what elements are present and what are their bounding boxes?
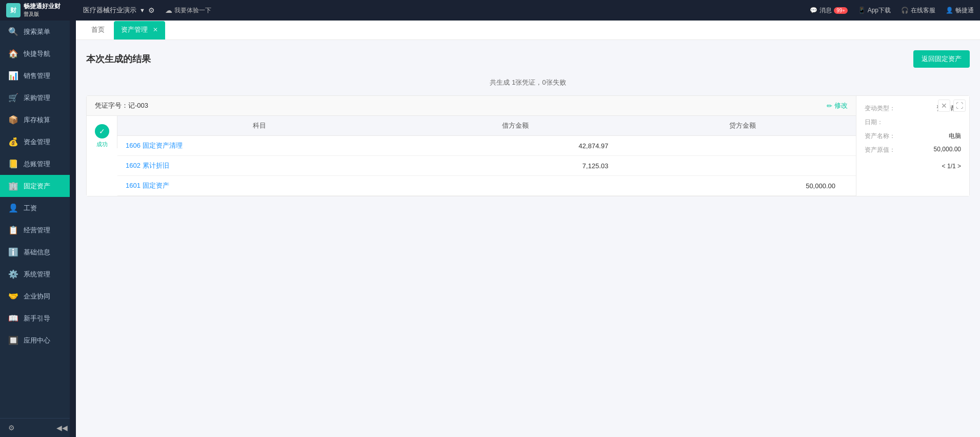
success-icon: ✓ — [95, 124, 109, 138]
sidebar-item-label: 总账管理 — [24, 160, 50, 169]
subject-cell-3: 1601 固定资产 — [117, 176, 402, 196]
table-row: 1601 固定资产 50,000.00 — [117, 176, 856, 196]
logo-subtitle: 普及版 — [24, 11, 61, 18]
tab-home-label: 首页 — [91, 26, 105, 33]
collapse-icon[interactable]: ◀◀ — [56, 424, 68, 432]
purchase-icon: 🛒 — [8, 93, 18, 103]
side-field-asset-name: 资产名称： 电脑 — [865, 132, 961, 141]
tab-close-icon[interactable]: ✕ — [153, 26, 158, 33]
voucher-container: 凭证字号：记-003 ✏ 修改 ✓ 成功 — [86, 95, 970, 196]
feedback-label: 我要体验一下 — [174, 6, 211, 15]
sidebar-item-label: 销售管理 — [24, 71, 50, 81]
debit-cell-3 — [402, 176, 629, 196]
sidebar-bottom: ⚙ ◀◀ — [0, 418, 76, 437]
success-text: 成功 — [96, 141, 108, 148]
sidebar-item-quick-nav[interactable]: 🏠 快捷导航 — [0, 43, 76, 65]
table-row: 1602 累计折旧 7,125.03 — [117, 156, 856, 176]
messages-label: 消息 — [819, 6, 832, 15]
online-service-btn[interactable]: 🎧 在线客服 — [901, 6, 935, 15]
side-field-asset-value: 资产原值： 50,000.00 — [865, 146, 961, 154]
page-content: 本次生成的结果 返回固定资产 共生成 1张凭证，0张失败 ✕ ⛶ 凭证字号 — [76, 40, 980, 437]
sidebar-item-label: 基础信息 — [24, 248, 50, 257]
side-field-date: 日期： — [865, 118, 961, 127]
online-service-icon: 🎧 — [901, 7, 909, 14]
feedback-btn[interactable]: ☁ 我要体验一下 — [165, 6, 211, 15]
table-header-row: 科目 借方金额 贷方金额 — [117, 116, 856, 136]
credit-cell-2 — [629, 156, 856, 176]
tutorial-icon: 📖 — [8, 313, 18, 323]
company-selector[interactable]: 医疗器械行业演示 ▼ ⚙ — [83, 6, 155, 15]
app-download-btn[interactable]: 📱 App下载 — [858, 6, 891, 15]
messages-badge: 99+ — [834, 7, 847, 14]
payroll-icon: 👤 — [8, 203, 18, 213]
search-icon: 🔍 — [8, 27, 18, 36]
enterprise-icon: 🤝 — [8, 291, 18, 301]
return-button[interactable]: 返回固定资产 — [913, 50, 970, 68]
sidebar-item-label: 固定资产 — [24, 182, 50, 191]
next-page-btn[interactable]: > — [957, 163, 961, 170]
sidebar-item-operations[interactable]: 📋 经营管理 — [0, 219, 76, 241]
page-indicator: 1/1 — [947, 163, 957, 170]
panel-controls: ✕ ⛶ — [938, 100, 966, 112]
edit-button[interactable]: ✏ 修改 — [827, 101, 848, 110]
asset-value-value: 50,000.00 — [934, 146, 961, 154]
sidebar-item-system[interactable]: ⚙️ 系统管理 — [0, 263, 76, 285]
logo-icon: 财 — [6, 3, 21, 17]
table-row: 1606 固定资产清理 42,874.97 — [117, 136, 856, 156]
ledger-icon: 📒 — [8, 159, 18, 169]
tab-bar: 首页 资产管理 ✕ — [76, 21, 980, 40]
sidebar-item-label: 搜索菜单 — [24, 27, 50, 36]
tab-home[interactable]: 首页 — [84, 21, 112, 39]
credit-cell-3: 50,000.00 — [629, 176, 856, 196]
sales-icon: 📊 — [8, 71, 18, 81]
tab-asset-mgmt[interactable]: 资产管理 ✕ — [114, 21, 165, 39]
sidebar-item-enterprise[interactable]: 🤝 企业协同 — [0, 285, 76, 307]
change-type-label: 变动类型： — [865, 104, 895, 113]
sidebar-item-label: 采购管理 — [24, 93, 50, 103]
sidebar-item-purchase[interactable]: 🛒 采购管理 — [0, 87, 76, 109]
company-dropdown-icon[interactable]: ▼ — [139, 7, 145, 13]
sidebar-item-finance[interactable]: 💰 资金管理 — [0, 131, 76, 153]
prev-page-btn[interactable]: < — [942, 163, 946, 170]
sidebar-item-inventory[interactable]: 📦 库存核算 — [0, 109, 76, 131]
sidebar-item-app-center[interactable]: 🔲 应用中心 — [0, 329, 76, 351]
main-layout: 🔍 搜索菜单 🏠 快捷导航 📊 销售管理 🛒 采购管理 📦 库存核算 💰 — [0, 21, 980, 437]
success-status-cell: ✓ 成功 — [87, 116, 117, 148]
side-pagination: < 1/1 > — [865, 163, 961, 170]
content-area: 首页 资产管理 ✕ 本次生成的结果 返回固定资产 共生成 1张凭证，0张失败 ✕… — [76, 21, 980, 437]
topbar: 财 畅捷通好业财 普及版 医疗器械行业演示 ▼ ⚙ ☁ 我要体验一下 💬 消息 … — [0, 0, 980, 21]
close-panel-button[interactable]: ✕ — [938, 100, 950, 112]
company-name: 医疗器械行业演示 — [83, 6, 136, 15]
sidebar-item-label: 新手引导 — [24, 314, 50, 323]
asset-name-label: 资产名称： — [865, 132, 895, 141]
home-icon: 🏠 — [8, 49, 18, 58]
sidebar-item-label: 库存核算 — [24, 115, 50, 125]
subject-link-2[interactable]: 1602 累计折旧 — [126, 162, 169, 169]
debit-cell-2: 7,125.03 — [402, 156, 629, 176]
subject-link-1[interactable]: 1606 固定资产清理 — [126, 142, 183, 149]
settings-icon[interactable]: ⚙ — [148, 6, 155, 14]
sidebar-item-basic-info[interactable]: ℹ️ 基础信息 — [0, 241, 76, 263]
page-title: 本次生成的结果 — [86, 53, 151, 65]
sidebar-item-fixed-assets[interactable]: 🏢 固定资产 — [0, 175, 76, 197]
sidebar-item-label: 系统管理 — [24, 270, 50, 279]
col-subject: 科目 — [117, 116, 402, 136]
sidebar: 🔍 搜索菜单 🏠 快捷导航 📊 销售管理 🛒 采购管理 📦 库存核算 💰 — [0, 21, 76, 437]
subject-link-3[interactable]: 1601 固定资产 — [126, 182, 169, 189]
sidebar-item-payroll[interactable]: 👤 工资 — [0, 197, 76, 219]
inventory-icon: 📦 — [8, 115, 18, 125]
sidebar-scroll: 🔍 搜索菜单 🏠 快捷导航 📊 销售管理 🛒 采购管理 📦 库存核算 💰 — [0, 21, 76, 418]
sidebar-item-ledger[interactable]: 📒 总账管理 — [0, 153, 76, 175]
settings-bottom-icon[interactable]: ⚙ — [8, 424, 15, 432]
voucher-main: 凭证字号：记-003 ✏ 修改 ✓ 成功 — [87, 96, 856, 196]
expand-panel-button[interactable]: ⛶ — [953, 100, 966, 112]
debit-cell-1: 42,874.97 — [402, 136, 629, 156]
messages-btn[interactable]: 💬 消息 99+ — [810, 6, 847, 15]
user-menu[interactable]: 👤 畅捷通 — [946, 6, 974, 15]
voucher-header: 凭证字号：记-003 ✏ 修改 — [87, 96, 856, 116]
sidebar-item-search[interactable]: 🔍 搜索菜单 — [0, 21, 76, 43]
sidebar-item-sales[interactable]: 📊 销售管理 — [0, 65, 76, 87]
sidebar-item-tutorial[interactable]: 📖 新手引导 — [0, 307, 76, 329]
app-download-label: App下载 — [868, 6, 891, 15]
edit-label: 修改 — [834, 101, 848, 110]
